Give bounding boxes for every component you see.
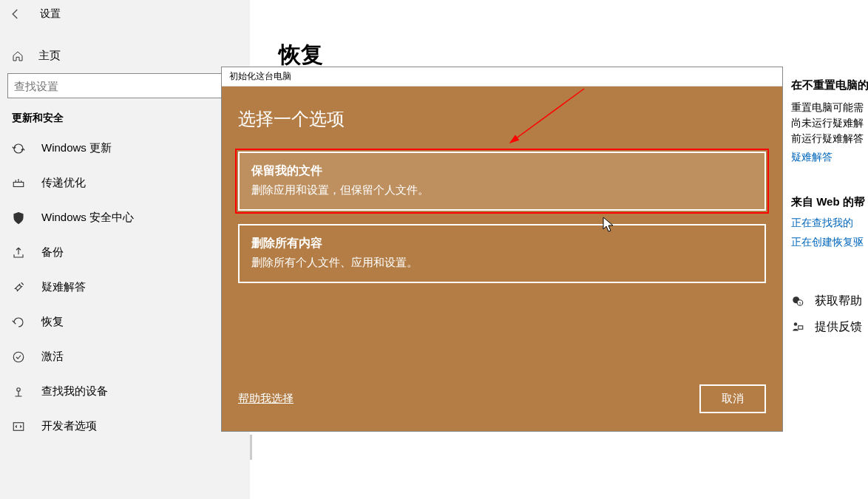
cancel-button[interactable]: 取消 [699, 384, 766, 413]
nav-troubleshoot[interactable]: 疑难解答 [0, 270, 250, 305]
right-heading-1: 在不重置电脑的 [791, 78, 868, 92]
nav-find-my-device[interactable]: 查找我的设备 [0, 374, 250, 409]
svg-rect-10 [799, 325, 803, 329]
svg-point-4 [17, 387, 21, 391]
nav-windows-security[interactable]: Windows 安全中心 [0, 200, 250, 235]
web-help-link-1[interactable]: 正在查找我的 [791, 217, 868, 230]
web-help-link-2[interactable]: 正在创建恢复驱 [791, 236, 868, 249]
svg-rect-2 [13, 182, 24, 186]
right-text: 前运行疑难解答 [791, 131, 868, 146]
right-column: 在不重置电脑的 重置电脑可能需 尚未运行疑难解 前运行疑难解答 疑难解答 来自 … [791, 78, 868, 335]
option-title: 保留我的文件 [251, 163, 753, 179]
option-desc: 删除所有个人文件、应用和设置。 [251, 256, 753, 270]
get-help-link[interactable]: ? 获取帮助 [791, 293, 868, 309]
right-text: 重置电脑可能需 [791, 100, 868, 115]
feedback-label: 提供反馈 [815, 319, 862, 335]
wrench-icon [12, 281, 25, 294]
nav-recovery[interactable]: 恢复 [0, 305, 250, 339]
search-input[interactable] [14, 80, 224, 92]
shield-icon [12, 211, 25, 225]
dialog-heading: 选择一个选项 [238, 107, 766, 131]
right-text: 尚未运行疑难解 [791, 115, 868, 131]
option-keep-files[interactable]: 保留我的文件 删除应用和设置，但保留个人文件。 [238, 152, 766, 211]
home-icon [12, 50, 24, 62]
svg-point-9 [794, 322, 798, 326]
nav-developer[interactable]: 开发者选项 [0, 409, 250, 444]
dialog-titlebar: 初始化这台电脑 [222, 67, 782, 86]
get-help-label: 获取帮助 [815, 293, 862, 309]
help-me-choose-link[interactable]: 帮助我选择 [238, 392, 294, 406]
nav-label: 开发者选项 [41, 419, 97, 433]
nav-label: 查找我的设备 [41, 384, 108, 398]
nav-label: 激活 [41, 350, 64, 364]
recovery-icon [12, 316, 25, 329]
check-icon [12, 350, 25, 364]
right-heading-2: 来自 Web 的帮 [791, 195, 868, 209]
nav-windows-update[interactable]: Windows 更新 [0, 131, 250, 166]
nav-label: Windows 安全中心 [41, 211, 134, 225]
sidebar: 设置 主页 更新和安全 Windows 更新 传递优化 Windows 安全中心… [0, 0, 250, 499]
search-input-container[interactable] [7, 73, 243, 98]
troubleshoot-link[interactable]: 疑难解答 [791, 151, 868, 164]
nav-label: 传递优化 [41, 176, 86, 190]
nav-label: 备份 [41, 245, 64, 259]
backup-icon [12, 246, 25, 259]
help-icon: ? [791, 295, 804, 308]
option-desc: 删除应用和设置，但保留个人文件。 [251, 183, 753, 197]
feedback-icon [791, 321, 804, 334]
home-label: 主页 [38, 49, 61, 63]
page-title: 恢复 [279, 40, 323, 70]
dialog-footer: 帮助我选择 取消 [238, 384, 766, 413]
feedback-link[interactable]: 提供反馈 [791, 319, 868, 335]
nav-label: 疑难解答 [41, 280, 86, 294]
scrollbar-indicator[interactable] [250, 435, 252, 460]
category-title: 更新和安全 [0, 98, 250, 131]
reset-pc-dialog: 初始化这台电脑 选择一个选项 保留我的文件 删除应用和设置，但保留个人文件。 删… [221, 67, 783, 432]
option-remove-everything[interactable]: 删除所有内容 删除所有个人文件、应用和设置。 [238, 224, 766, 283]
nav-label: Windows 更新 [41, 141, 112, 155]
svg-rect-5 [13, 422, 24, 430]
home-button[interactable]: 主页 [0, 41, 250, 73]
sync-icon [12, 142, 25, 155]
developer-icon [12, 420, 25, 433]
dialog-body: 选择一个选项 保留我的文件 删除应用和设置，但保留个人文件。 删除所有内容 删除… [222, 86, 782, 431]
nav-delivery-optimization[interactable]: 传递优化 [0, 166, 250, 200]
optimization-icon [12, 177, 25, 190]
nav-activation[interactable]: 激活 [0, 339, 250, 374]
location-icon [12, 385, 25, 398]
header-row: 设置 [0, 0, 250, 28]
option-title: 删除所有内容 [251, 236, 753, 251]
dialog-title: 初始化这台电脑 [229, 70, 291, 83]
app-title: 设置 [40, 7, 61, 21]
svg-point-3 [13, 352, 24, 362]
nav-label: 恢复 [41, 315, 64, 329]
back-icon[interactable] [9, 7, 22, 21]
nav-backup[interactable]: 备份 [0, 235, 250, 270]
